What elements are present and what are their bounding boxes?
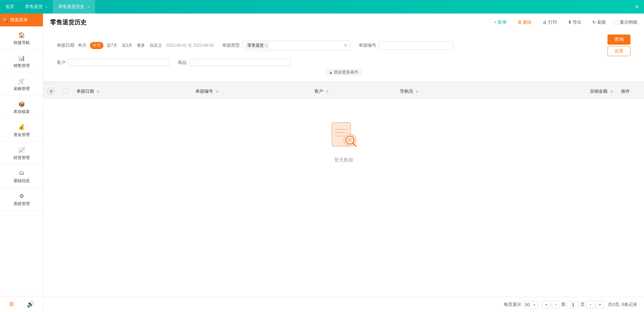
th-guide-label: 导购员 — [400, 89, 413, 94]
sort-icon-amount: ⇅ — [610, 90, 613, 93]
data-table: ⚙ 单据日期 ⇅ 单据编号 ⇅ — [43, 84, 644, 99]
sidebar-item-operations[interactable]: 📈 经营管理 — [0, 141, 43, 164]
add-button[interactable]: + 新增 — [491, 18, 510, 27]
empty-text: 暂无数据 — [334, 157, 353, 163]
collapse-button[interactable]: ▲ 收起更多条件 — [325, 69, 363, 76]
display-detail-checkbox[interactable] — [614, 20, 618, 25]
tab-retail-return-history-label: 零售退货历史 — [58, 4, 85, 10]
sort-icon-guide: ⇅ — [415, 90, 418, 93]
date-btn-today[interactable]: 今天 — [90, 42, 103, 49]
sidebar-item-basic-info[interactable]: 🗂 基础信息 — [0, 164, 43, 187]
prev-page-button[interactable]: ‹ — [552, 300, 560, 309]
th-ops: 操作 — [617, 84, 644, 99]
customer-placeholder: ... — [71, 60, 75, 65]
date-btn-1month[interactable]: 近1月 — [121, 42, 134, 49]
table-wrapper: ⚙ 单据日期 ⇅ 单据编号 ⇅ — [43, 84, 644, 312]
sound-icon[interactable]: 🔊 — [27, 300, 34, 308]
date-btn-yesterday[interactable]: 昨天 — [77, 42, 88, 49]
content-area: 零售退货历史 + 新增 🗑 删除 🖨 打印 ⬆ 导出 ↻ 刷新 显示明细 — [43, 14, 644, 312]
query-button[interactable]: 查询 — [607, 35, 630, 45]
sidebar-bottom: ⚙ 🔊 — [0, 296, 43, 312]
page-input[interactable] — [567, 301, 579, 308]
goods-placeholder: ... — [192, 60, 196, 65]
doc-type-select[interactable]: 零售退货 × ▼ — [242, 41, 351, 50]
page-header: 零售退货历史 + 新增 🗑 删除 🖨 打印 ⬆ 导出 ↻ 刷新 显示明细 — [43, 14, 644, 82]
date-btn-more[interactable]: 更多 — [136, 42, 146, 49]
column-settings-icon[interactable]: ⚙ — [47, 88, 55, 95]
next-page-button[interactable]: › — [586, 300, 594, 309]
sidebar-item-operations-label: 经营管理 — [14, 155, 30, 161]
select-all-checkbox[interactable] — [63, 89, 68, 93]
sales-icon: 📊 — [18, 54, 25, 62]
empty-illustration — [327, 119, 361, 153]
doc-type-label: 单据类型 — [222, 42, 240, 48]
th-settings[interactable]: ⚙ — [43, 84, 59, 99]
sidebar-item-purchase[interactable]: 🛒 采购管理 — [0, 72, 43, 95]
date-label: 单据日期 — [57, 42, 74, 48]
customer-input[interactable]: ... — [68, 59, 170, 66]
sort-icon-doc-date: ⇅ — [97, 90, 99, 93]
settings-bottom-icon[interactable]: ⚙ — [9, 300, 14, 308]
th-amount[interactable]: 实销金额 ⇅ — [498, 84, 617, 99]
sidebar-item-inventory[interactable]: 📦 库存核算 — [0, 95, 43, 118]
sidebar-item-finance-label: 资金管理 — [14, 132, 30, 138]
th-customer[interactable]: 客户 ⇅ — [310, 84, 396, 99]
sidebar-item-sales[interactable]: 📊 销售管理 — [0, 49, 43, 72]
page-size-select: 每页显示 50 ▼ — [504, 301, 538, 308]
finance-icon: 💰 — [18, 123, 25, 131]
sidebar-search[interactable]: 🔍 搜索菜单 — [0, 14, 43, 26]
tab-home[interactable]: 首页 — [0, 0, 20, 14]
th-doc-no-label: 单据编号 — [195, 89, 213, 94]
collapse-row: ▲ 收起更多条件 — [57, 69, 630, 78]
purchase-icon: 🛒 — [18, 77, 25, 85]
th-doc-date[interactable]: 单据日期 ⇅ — [72, 84, 191, 99]
goods-input[interactable]: ... — [189, 59, 291, 66]
tab-retail-return[interactable]: 零售退货 × — [20, 0, 53, 14]
date-options: 昨天 今天 近7天 近1月 更多 自定义 — [77, 42, 163, 49]
main-layout: 🔍 搜索菜单 🏠 快捷导航 📊 销售管理 🛒 采购管理 📦 库存核算 💰 资金管… — [0, 14, 644, 312]
date-btn-custom[interactable]: 自定义 — [148, 42, 163, 49]
sidebar-item-finance[interactable]: 💰 资金管理 — [0, 118, 43, 141]
tab-retail-return-history-close[interactable]: × — [87, 5, 89, 9]
page-title-row: 零售退货历史 + 新增 🗑 删除 🖨 打印 ⬆ 导出 ↻ 刷新 显示明细 — [50, 18, 637, 27]
th-doc-no[interactable]: 单据编号 ⇅ — [191, 84, 310, 99]
sidebar-item-quick-nav[interactable]: 🏠 快捷导航 — [0, 26, 43, 49]
th-checkbox[interactable] — [59, 84, 72, 99]
total-text: 共0页, 0条记录 — [608, 302, 637, 308]
date-btn-7days[interactable]: 近7天 — [105, 42, 119, 49]
doc-no-input[interactable] — [379, 41, 453, 50]
goods-label: 商品 — [178, 60, 187, 66]
page-size-value: 50 — [525, 302, 530, 307]
operations-icon: 📈 — [18, 146, 25, 154]
window-close-button[interactable]: × — [629, 3, 644, 10]
sort-icon-customer: ⇅ — [326, 90, 329, 93]
page-size-arrow: ▼ — [532, 303, 536, 307]
tab-retail-return-close[interactable]: × — [45, 5, 47, 9]
delete-button[interactable]: 🗑 删除 — [514, 18, 535, 27]
filter-row-1: 单据日期 昨天 今天 近7天 近1月 更多 自定义 2023-06-02 至 2… — [57, 35, 630, 56]
refresh-button[interactable]: ↻ 刷新 — [589, 18, 610, 27]
date-filter: 单据日期 昨天 今天 近7天 近1月 更多 自定义 2023-06-02 至 2… — [57, 42, 214, 49]
basic-info-icon: 🗂 — [18, 169, 25, 177]
sidebar: 🔍 搜索菜单 🏠 快捷导航 📊 销售管理 🛒 采购管理 📦 库存核算 💰 资金管… — [0, 14, 43, 312]
page-suffix: 页 — [580, 302, 585, 308]
page-size-box[interactable]: 50 ▼ — [523, 301, 538, 308]
doc-type-tag-close[interactable]: × — [265, 43, 267, 47]
th-amount-label: 实销金额 — [590, 89, 607, 94]
sidebar-item-quick-nav-label: 快捷导航 — [14, 40, 30, 46]
sidebar-item-purchase-label: 采购管理 — [14, 86, 30, 92]
last-page-button[interactable]: » — [596, 300, 604, 309]
goods-filter: 商品 ... — [178, 59, 291, 66]
th-guide[interactable]: 导购员 ⇅ — [396, 84, 498, 99]
search-icon: 🔍 — [3, 18, 8, 23]
sidebar-item-basic-info-label: 基础信息 — [14, 178, 30, 184]
settings-button[interactable]: 设置 — [607, 46, 630, 56]
doc-type-tag: 零售退货 × — [245, 42, 269, 49]
print-button[interactable]: 🖨 打印 — [539, 18, 560, 27]
tab-retail-return-history[interactable]: 零售退货历史 × — [53, 0, 95, 14]
display-detail-toggle[interactable]: 显示明细 — [614, 19, 637, 25]
sidebar-item-system[interactable]: ⚙ 系统管理 — [0, 187, 43, 210]
first-page-button[interactable]: « — [542, 300, 550, 309]
export-button[interactable]: ⬆ 导出 — [565, 18, 585, 27]
inventory-icon: 📦 — [18, 100, 25, 108]
